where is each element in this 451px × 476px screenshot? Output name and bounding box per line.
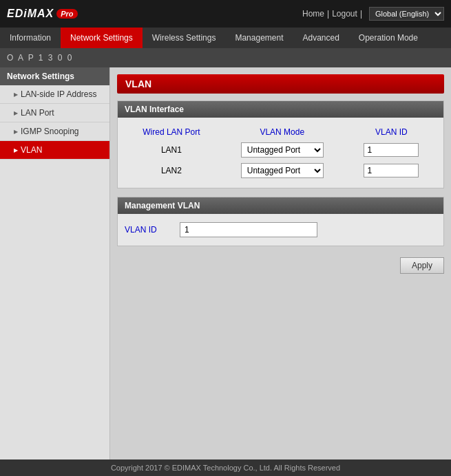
- sidebar-item-igmp-snooping[interactable]: IGMP Snooping: [0, 122, 109, 141]
- logo-text: EDiMAX: [7, 8, 54, 20]
- separator2: |: [360, 9, 362, 19]
- home-link[interactable]: Home: [302, 9, 324, 19]
- nav-information[interactable]: Information: [0, 28, 61, 48]
- nav-management[interactable]: Management: [225, 28, 293, 48]
- device-label: O A P 1 3 0 0: [7, 53, 74, 63]
- mgmt-vlan-id-label: VLAN ID: [125, 225, 166, 235]
- language-select[interactable]: Global (English): [369, 7, 444, 21]
- vlan-interface-table: Wired LAN Port VLAN Mode VLAN ID LAN1 Un…: [125, 125, 437, 181]
- main-layout: Network Settings LAN-side IP Address LAN…: [0, 67, 451, 459]
- lan1-vlan-id-input[interactable]: [364, 143, 419, 157]
- footer-text: Copyright 2017 © EDIMAX Technology Co., …: [111, 464, 340, 472]
- vlan-interface-table-wrapper: Wired LAN Port VLAN Mode VLAN ID LAN1 Un…: [118, 118, 443, 188]
- sidebar-item-vlan[interactable]: VLAN: [0, 141, 109, 160]
- sidebar-item-lan-port[interactable]: LAN Port: [0, 104, 109, 122]
- content: VLAN VLAN Interface Wired LAN Port VLAN …: [110, 67, 451, 459]
- lan1-mode-select[interactable]: Untagged Port Tagged Port Not Member: [241, 142, 324, 158]
- management-vlan-body: VLAN ID: [118, 214, 443, 246]
- lan1-vlan-id-cell: [346, 140, 437, 160]
- table-row: LAN1 Untagged Port Tagged Port Not Membe…: [125, 140, 437, 160]
- vlan-interface-section: VLAN Interface Wired LAN Port VLAN Mode …: [117, 100, 444, 188]
- management-vlan-section: Management VLAN VLAN ID: [117, 197, 444, 246]
- lan1-mode-cell: Untagged Port Tagged Port Not Member: [218, 140, 346, 160]
- logo: EDiMAX Pro: [7, 8, 78, 20]
- management-vlan-header: Management VLAN: [118, 197, 443, 214]
- logout-link[interactable]: Logout: [332, 9, 357, 19]
- lan2-mode-select[interactable]: Untagged Port Tagged Port Not Member: [241, 163, 324, 178]
- col-vlan-mode: VLAN Mode: [218, 125, 346, 140]
- col-wired-lan-port: Wired LAN Port: [125, 125, 218, 140]
- lan2-vlan-id-input[interactable]: [364, 164, 419, 177]
- lan2-mode-cell: Untagged Port Tagged Port Not Member: [218, 160, 346, 181]
- table-row: LAN2 Untagged Port Tagged Port Not Membe…: [125, 160, 437, 181]
- lan2-vlan-id-cell: [346, 160, 437, 181]
- nav-operation-mode[interactable]: Operation Mode: [349, 28, 428, 48]
- apply-button[interactable]: Apply: [400, 257, 444, 274]
- sidebar-item-lan-side-ip[interactable]: LAN-side IP Address: [0, 85, 109, 104]
- nav-network-settings[interactable]: Network Settings: [61, 28, 143, 48]
- nav-wireless-settings[interactable]: Wireless Settings: [143, 28, 226, 48]
- device-bar: O A P 1 3 0 0: [0, 48, 451, 67]
- sidebar-title: Network Settings: [0, 67, 109, 85]
- sidebar: Network Settings LAN-side IP Address LAN…: [0, 67, 110, 459]
- logo-pro-badge: Pro: [56, 9, 77, 19]
- header-right: Home | Logout | Global (English): [302, 7, 444, 21]
- page-title: VLAN: [117, 74, 444, 94]
- vlan-interface-header: VLAN Interface: [118, 101, 443, 118]
- footer: Copyright 2017 © EDIMAX Technology Co., …: [0, 459, 451, 476]
- separator1: |: [327, 9, 329, 19]
- lan1-port-label: LAN1: [125, 140, 218, 160]
- nav-advanced[interactable]: Advanced: [293, 28, 348, 48]
- lan2-port-label: LAN2: [125, 160, 218, 181]
- main-nav: Information Network Settings Wireless Se…: [0, 28, 451, 48]
- mgmt-vlan-id-input[interactable]: [180, 222, 317, 237]
- header: EDiMAX Pro Home | Logout | Global (Engli…: [0, 0, 451, 28]
- col-vlan-id: VLAN ID: [346, 125, 437, 140]
- apply-row: Apply: [117, 255, 444, 277]
